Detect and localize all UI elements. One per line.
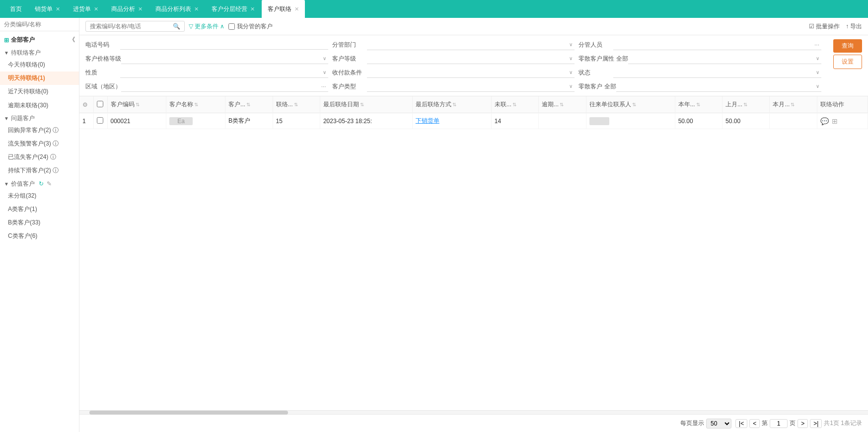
- row-contact-person: [586, 113, 675, 129]
- last-contact-link[interactable]: 下销货单: [416, 117, 439, 124]
- sort-icon-name[interactable]: ⇅: [194, 102, 198, 107]
- page-number-input[interactable]: [770, 419, 788, 428]
- sidebar-item-7day-contact[interactable]: 近7天待联络(0): [0, 85, 79, 98]
- scroll-thumb[interactable]: [89, 411, 288, 415]
- customer-level-select[interactable]: ∨: [367, 53, 575, 64]
- filter-retail-attr: 零散客户属性 全部 ∨: [579, 53, 821, 64]
- customer-type-select[interactable]: ∨: [367, 81, 575, 92]
- chevron-down-icon: ∨: [569, 42, 573, 47]
- sidebar-search-bar[interactable]: 🔍: [0, 18, 79, 31]
- row-checkbox[interactable]: [93, 113, 107, 129]
- close-product-analysis-icon[interactable]: ✕: [138, 6, 143, 12]
- last-page-button[interactable]: >|: [810, 419, 822, 428]
- close-sales-order-icon[interactable]: ✕: [56, 6, 60, 12]
- group-value-customers[interactable]: ▼ 价值客户 ↻ ✎: [0, 178, 79, 189]
- row-select-checkbox[interactable]: [97, 117, 103, 124]
- sort-icon-method[interactable]: ⇅: [452, 102, 456, 107]
- person-select[interactable]: ···: [613, 39, 821, 50]
- sort-icon-this-month[interactable]: ⇅: [791, 102, 795, 107]
- sort-icon-last-month[interactable]: ⇅: [743, 102, 747, 107]
- sort-icon-overdue[interactable]: ⇅: [560, 102, 564, 107]
- grid-action-icon[interactable]: ⊞: [832, 117, 838, 125]
- nav-sales-order[interactable]: 销货单 ✕: [29, 0, 66, 18]
- next-page-button[interactable]: >: [797, 419, 808, 428]
- sort-icon-person[interactable]: ⇅: [632, 102, 636, 107]
- region-select[interactable]: ···: [121, 81, 328, 92]
- chevron-down-icon-6: ∨: [569, 70, 573, 75]
- sort-icon-uncontacted[interactable]: ⇅: [512, 102, 516, 107]
- nav-product-analysis-list[interactable]: 商品分析列表 ✕: [149, 0, 205, 18]
- comment-action-icon[interactable]: 💬: [820, 117, 829, 125]
- sidebar-item-overdue-contact[interactable]: 逾期未联络(30): [0, 99, 79, 112]
- dept-select[interactable]: ∨: [367, 39, 575, 50]
- toolbar-search-icon[interactable]: 🔍: [173, 23, 180, 30]
- export-button[interactable]: ↑ 导出: [846, 22, 862, 31]
- settings-icon[interactable]: ⚙: [82, 101, 88, 108]
- retail-attr-select[interactable]: ∨: [628, 53, 821, 64]
- settings-button[interactable]: 设置: [833, 55, 862, 69]
- sidebar-item-ungrouped[interactable]: 未分组(32): [0, 189, 79, 203]
- nav-customer-contact[interactable]: 客户联络 ✕: [262, 0, 305, 18]
- my-customers-checkbox[interactable]: 我分管的客户: [228, 22, 273, 31]
- chevron-up-icon: ∧: [220, 23, 224, 30]
- sort-icon-this-year[interactable]: ⇅: [696, 102, 700, 107]
- filter-customer-level: 客户等级 ∨: [332, 53, 575, 64]
- close-customer-contact-icon[interactable]: ✕: [294, 6, 299, 12]
- sidebar-item-class-a[interactable]: A类客户(1): [0, 203, 79, 216]
- all-customers-header[interactable]: ⊞ 全部客户 《: [0, 33, 79, 47]
- sidebar-item-churned[interactable]: 已流失客户(24) ⓘ: [0, 150, 79, 164]
- filter-icon: ▽: [189, 23, 193, 30]
- sidebar-item-tomorrow-contact[interactable]: 明天待联络(1): [0, 72, 79, 85]
- close-customer-tier-icon[interactable]: ✕: [250, 6, 255, 12]
- sidebar-item-today-contact[interactable]: 今天待联络(0): [0, 58, 79, 72]
- sidebar-item-churn-warning[interactable]: 流失预警客户(3) ⓘ: [0, 137, 79, 150]
- status-select[interactable]: ∨: [613, 67, 821, 78]
- sidebar-item-repurchase-abnormal[interactable]: 回购异常客户(2) ⓘ: [0, 124, 79, 137]
- query-button[interactable]: 查询: [833, 39, 862, 53]
- sort-icon-contact[interactable]: ⇅: [294, 102, 298, 107]
- group-pending-contact[interactable]: ▼ 待联络客户: [0, 47, 79, 58]
- more-conditions-toggle[interactable]: ▽ 更多条件 ∧: [189, 22, 224, 31]
- nature-select[interactable]: ∨: [120, 67, 328, 78]
- sidebar-item-class-b[interactable]: B类客户(33): [0, 216, 79, 229]
- first-page-button[interactable]: |<: [735, 419, 747, 428]
- col-checkbox[interactable]: [93, 96, 107, 113]
- toolbar-search-box[interactable]: 🔍: [85, 21, 185, 32]
- group-problem-customers[interactable]: ▼ 问题客户: [0, 112, 79, 124]
- edit-icon[interactable]: ✎: [47, 180, 52, 187]
- sidebar-item-class-c[interactable]: C类客户(6): [0, 229, 79, 243]
- sidebar-item-declining[interactable]: 持续下滑客户(2) ⓘ: [0, 164, 79, 177]
- close-purchase-order-icon[interactable]: ✕: [94, 6, 98, 12]
- checkbox-icon: ☑: [809, 23, 814, 30]
- nav-home[interactable]: 首页: [4, 0, 28, 18]
- row-last-contact-method[interactable]: 下销货单: [412, 113, 491, 129]
- collapse-icon[interactable]: 《: [69, 36, 75, 44]
- prev-page-button[interactable]: <: [749, 419, 760, 428]
- nav-customer-tier[interactable]: 客户分层经营 ✕: [206, 0, 261, 18]
- bottom-bar: 每页显示 50 20 100 |< < 第 页 > >| 共1页 1条记录: [79, 414, 868, 432]
- top-navigation: 首页 销货单 ✕ 进货单 ✕ 商品分析 ✕ 商品分析列表 ✕ 客户分层经营 ✕ …: [0, 0, 868, 18]
- horizontal-scrollbar[interactable]: [79, 410, 868, 414]
- payment-terms-select[interactable]: ∨: [367, 67, 575, 78]
- toolbar-search-input[interactable]: [90, 23, 171, 30]
- row-last-contact-date: 2023-05-23 18:25:: [320, 113, 412, 129]
- sidebar-search-input[interactable]: [4, 21, 78, 28]
- chevron-down-icon-8: ∨: [569, 83, 573, 89]
- select-all-checkbox[interactable]: [97, 101, 103, 107]
- per-page-select[interactable]: 50 20 100: [706, 419, 731, 429]
- nav-product-analysis[interactable]: 商品分析 ✕: [105, 0, 148, 18]
- my-customers-check[interactable]: [228, 23, 235, 30]
- sort-icon[interactable]: ⇅: [136, 102, 140, 107]
- phone-input[interactable]: [120, 40, 328, 50]
- price-level-select[interactable]: ∨: [121, 53, 328, 64]
- sort-icon-date[interactable]: ⇅: [360, 102, 364, 107]
- table-header: ⚙ 客户编码 ⇅ 客户名称: [79, 96, 868, 113]
- sort-icon-type[interactable]: ⇅: [246, 102, 250, 107]
- refresh-icon[interactable]: ↻: [39, 180, 44, 187]
- filter-customer-type: 客户类型 ∨: [332, 81, 575, 92]
- close-product-analysis-list-icon[interactable]: ✕: [194, 6, 199, 12]
- col-settings[interactable]: ⚙: [79, 96, 93, 113]
- nav-purchase-order[interactable]: 进货单 ✕: [67, 0, 104, 18]
- retail-customer-select[interactable]: ∨: [616, 81, 821, 92]
- batch-op-button[interactable]: ☑ 批量操作: [809, 22, 840, 31]
